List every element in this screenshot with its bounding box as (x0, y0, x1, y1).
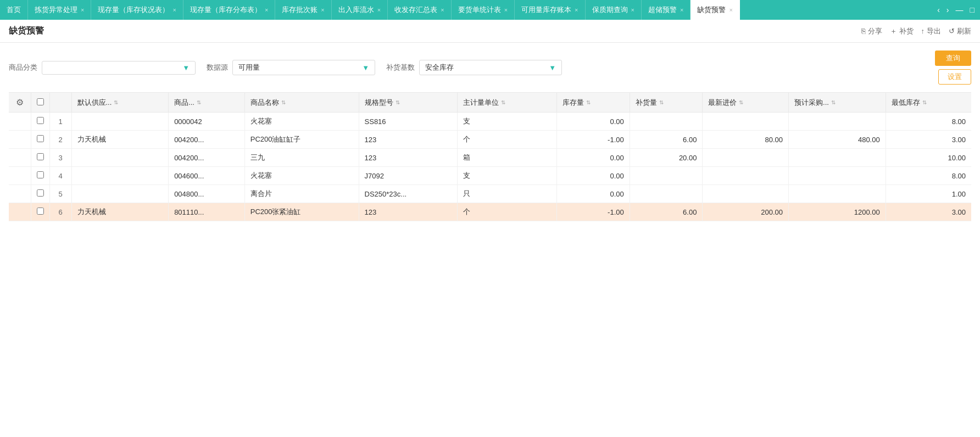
cell-check-0[interactable] (31, 113, 49, 131)
sort-unit-icon: ⇅ (501, 99, 505, 105)
cell-unit-5: 个 (458, 203, 557, 221)
main-content: 缺货预警 ⎘ 分享 ＋ 补货 ↑ 导出 ↺ 刷新 商品分类 (0, 20, 980, 437)
select-all-checkbox[interactable] (37, 98, 44, 105)
cell-spec-4: DS250*23c... (359, 185, 458, 203)
tab-window-max-button[interactable]: □ (967, 5, 978, 14)
share-icon: ⎘ (861, 27, 866, 35)
tab-current-stock-status[interactable]: 现存量（库存状况表） × (91, 0, 183, 20)
table-row: 4 004600... 火花塞 J7092 支 0.00 8.00 (9, 167, 971, 185)
tab-overstock-warning[interactable]: 超储预警 × (642, 0, 691, 20)
row-checkbox-1[interactable] (37, 135, 44, 142)
query-button[interactable]: 查询 (935, 51, 971, 66)
cell-check-3[interactable] (31, 167, 49, 185)
th-gear[interactable]: ⚙ (9, 93, 31, 113)
th-spec[interactable]: 规格型号 ⇅ (359, 93, 458, 113)
th-check[interactable] (31, 93, 49, 113)
cell-code-3: 004600... (169, 167, 245, 185)
tab-picking-exception[interactable]: 拣货异常处理 × (28, 0, 91, 20)
cell-spec-5: 123 (359, 203, 458, 221)
category-filter-label: 商品分类 (9, 63, 37, 72)
filter-actions: 查询 设置 (935, 51, 971, 85)
tab-close-available-stock-ledger[interactable]: × (575, 7, 578, 13)
datasource-select[interactable]: 可用量 ▼ (232, 60, 375, 75)
tab-prev-button[interactable]: ‹ (934, 5, 943, 14)
cell-check-2[interactable] (31, 149, 49, 167)
tab-receive-send-summary[interactable]: 收发存汇总表 × (388, 0, 451, 20)
th-supplier[interactable]: 默认供应... ⇅ (71, 93, 169, 113)
th-name[interactable]: 商品名称 ⇅ (244, 93, 359, 113)
tab-close-stockout-warning[interactable]: × (729, 7, 732, 13)
th-estimated-purchase[interactable]: 预计采购... ⇅ (789, 93, 886, 113)
cell-estimated-purchase-2 (789, 149, 886, 167)
tab-close-requisition-stat[interactable]: × (504, 7, 508, 13)
th-stock[interactable]: 库存量 ⇅ (557, 93, 630, 113)
row-checkbox-3[interactable] (37, 171, 44, 178)
cell-gear-2 (9, 149, 31, 167)
replenish-basis-select[interactable]: 安全库存 ▼ (419, 60, 562, 75)
cell-check-1[interactable] (31, 131, 49, 149)
cell-stock-4: 0.00 (557, 185, 630, 203)
cell-latest-price-1: 80.00 (703, 131, 789, 149)
cell-unit-1: 个 (458, 131, 557, 149)
th-latest-price[interactable]: 最新进价 ⇅ (703, 93, 789, 113)
tab-stock-batch[interactable]: 库存批次账 × (275, 0, 331, 20)
cell-supplier-5: 力天机械 (71, 203, 169, 221)
tab-inout-flow[interactable]: 出入库流水 × (332, 0, 388, 20)
cell-code-0: 0000042 (169, 113, 245, 131)
cell-estimated-purchase-4 (789, 185, 886, 203)
sort-replenish-icon: ⇅ (659, 99, 664, 105)
cell-replenish-1: 6.00 (630, 131, 703, 149)
tab-requisition-stat[interactable]: 要货单统计表 × (452, 0, 515, 20)
cell-spec-2: 123 (359, 149, 458, 167)
header-actions: ⎘ 分享 ＋ 补货 ↑ 导出 ↺ 刷新 (861, 26, 972, 36)
th-replenish[interactable]: 补货量 ⇅ (630, 93, 703, 113)
row-checkbox-2[interactable] (37, 153, 44, 160)
tab-close-picking-exception[interactable]: × (81, 7, 84, 13)
cell-gear-0 (9, 113, 31, 131)
category-filter-group: 商品分类 ▼ (9, 61, 196, 75)
th-unit[interactable]: 主计量单位 ⇅ (458, 93, 557, 113)
category-select[interactable]: ▼ (42, 61, 196, 75)
tab-current-stock-dist[interactable]: 现存量（库存分布表） × (183, 0, 275, 20)
cell-unit-2: 箱 (458, 149, 557, 167)
cell-check-4[interactable] (31, 185, 49, 203)
cell-stock-5: -1.00 (557, 203, 630, 221)
tab-available-stock-ledger[interactable]: 可用量库存账本 × (515, 0, 585, 20)
replenish-action[interactable]: ＋ 补货 (890, 26, 914, 36)
row-checkbox-5[interactable] (37, 208, 44, 215)
tab-close-stock-batch[interactable]: × (321, 7, 324, 13)
cell-code-2: 004200... (169, 149, 245, 167)
tab-close-receive-send-summary[interactable]: × (441, 7, 444, 13)
tab-close-expiry-query[interactable]: × (631, 7, 634, 13)
th-code[interactable]: 商品... ⇅ (169, 93, 245, 113)
replenish-icon: ＋ (890, 26, 897, 36)
replenish-basis-label: 补货基数 (386, 63, 415, 72)
gear-icon: ⚙ (16, 98, 24, 107)
tab-window-min-button[interactable]: — (953, 5, 967, 14)
row-checkbox-0[interactable] (37, 117, 44, 124)
cell-name-2: 三九 (244, 149, 359, 167)
datasource-filter-group: 数据源 可用量 ▼ (207, 60, 375, 75)
cell-code-5: 801110... (169, 203, 245, 221)
export-action[interactable]: ↑ 导出 (921, 26, 942, 36)
cell-stock-2: 0.00 (557, 149, 630, 167)
row-checkbox-4[interactable] (37, 189, 44, 197)
tab-close-current-stock-dist[interactable]: × (265, 7, 268, 13)
tab-close-overstock-warning[interactable]: × (680, 7, 683, 13)
cell-index-0: 1 (49, 113, 71, 131)
th-min-stock[interactable]: 最低库存 ⇅ (886, 93, 971, 113)
tab-expiry-query[interactable]: 保质期查询 × (586, 0, 642, 20)
cell-check-5[interactable] (31, 203, 49, 221)
sort-estimated-purchase-icon: ⇅ (831, 99, 836, 105)
tab-close-current-stock-status[interactable]: × (172, 7, 176, 13)
tab-home[interactable]: 首页 (0, 0, 28, 20)
share-action[interactable]: ⎘ 分享 (861, 26, 882, 36)
tab-next-button[interactable]: › (943, 5, 953, 14)
tab-close-inout-flow[interactable]: × (377, 7, 381, 13)
tab-stockout-warning[interactable]: 缺货预警 × (691, 0, 739, 20)
cell-supplier-1: 力天机械 (71, 131, 169, 149)
refresh-action[interactable]: ↺ 刷新 (949, 26, 971, 36)
sort-supplier-icon: ⇅ (114, 99, 118, 105)
settings-button[interactable]: 设置 (938, 69, 971, 85)
datasource-filter-label: 数据源 (207, 63, 228, 72)
